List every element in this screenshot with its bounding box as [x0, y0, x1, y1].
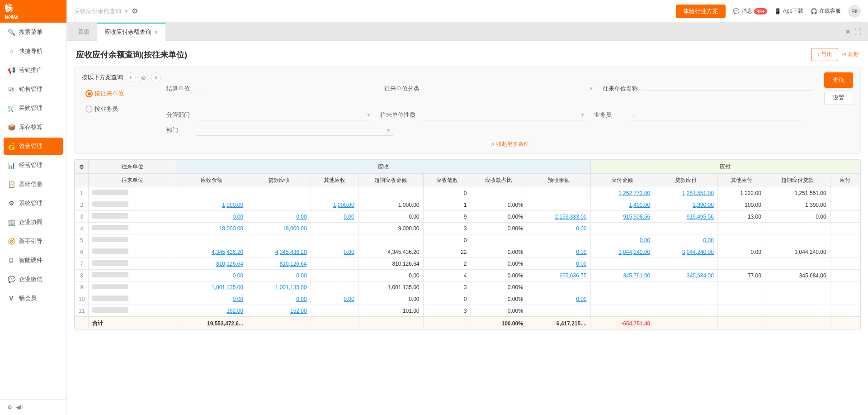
- link-value[interactable]: 915,495.56: [687, 214, 714, 220]
- sidebar-item-quick-nav[interactable]: ⌂ 快捷导航: [0, 42, 66, 61]
- table-cell[interactable]: [527, 199, 590, 211]
- sidebar-item-search[interactable]: 🔍 搜索菜单: [0, 23, 66, 42]
- salesperson-input[interactable]: ···: [628, 110, 801, 120]
- settlement-unit-input[interactable]: ···: [196, 83, 377, 94]
- table-cell[interactable]: 1,390.00: [654, 199, 718, 211]
- link-value[interactable]: 4,345,436.20: [212, 249, 243, 255]
- add-filter-btn[interactable]: +: [126, 72, 136, 82]
- table-cell[interactable]: 18,000.00: [176, 223, 247, 234]
- collapse-icon[interactable]: ◀II: [16, 404, 23, 410]
- unit-nature-select[interactable]: ▾: [419, 110, 587, 120]
- table-cell[interactable]: [654, 281, 718, 293]
- link-value[interactable]: 0.00: [576, 296, 586, 302]
- table-cell[interactable]: [654, 305, 718, 317]
- table-cell[interactable]: 0.00: [527, 293, 590, 305]
- link-value[interactable]: 1,390.00: [693, 202, 714, 208]
- table-cell[interactable]: 0.00: [654, 234, 718, 246]
- link-value[interactable]: 1,001,135.00: [275, 284, 307, 291]
- link-value[interactable]: 1,490.00: [629, 202, 651, 208]
- settings-bottom-icon[interactable]: ⚙: [7, 404, 12, 410]
- sidebar-item-system[interactable]: ⚙ 系统管理: [0, 194, 66, 213]
- link-value[interactable]: 18,000.00: [219, 225, 243, 232]
- link-value[interactable]: 1,000.00: [222, 202, 243, 208]
- query-btn[interactable]: 查询: [824, 72, 853, 88]
- link-value[interactable]: 0.00: [344, 249, 354, 255]
- table-cell[interactable]: [527, 234, 590, 246]
- link-value[interactable]: 810,126.64: [280, 261, 307, 267]
- link-value[interactable]: 345,761.00: [623, 272, 650, 279]
- table-cell[interactable]: 0.00: [527, 246, 590, 258]
- link-value[interactable]: 0.00: [296, 214, 307, 220]
- link-value[interactable]: 0.00: [296, 272, 307, 279]
- table-cell[interactable]: [654, 293, 718, 305]
- dept-manage-select[interactable]: ▾: [196, 110, 373, 120]
- link-value[interactable]: 0.00: [296, 296, 307, 302]
- gear-btn[interactable]: ⚙: [132, 7, 138, 15]
- link-value[interactable]: 345,684.00: [687, 272, 714, 279]
- table-cell[interactable]: [527, 187, 590, 199]
- edit-filter-btn[interactable]: ◎: [138, 72, 148, 82]
- link-value[interactable]: 0.00: [233, 214, 243, 220]
- table-cell[interactable]: [176, 234, 247, 246]
- app-download-item[interactable]: 📱 App下载: [774, 7, 803, 15]
- table-cell[interactable]: 1,001,135.00: [247, 281, 311, 293]
- message-item[interactable]: 💬 消息 99+: [733, 7, 767, 15]
- sidebar-item-member[interactable]: V 畅会员: [0, 289, 66, 308]
- table-cell[interactable]: [590, 258, 654, 270]
- table-cell[interactable]: 345,761.00: [590, 270, 654, 281]
- sidebar-item-finance[interactable]: 💰 资金管理: [4, 138, 63, 155]
- sidebar-item-marketing[interactable]: 📢 营销推广: [0, 61, 66, 80]
- link-value[interactable]: 1,000.00: [333, 202, 354, 208]
- table-cell[interactable]: 1,252,773.00: [590, 187, 654, 199]
- table-cell[interactable]: 0.00: [311, 293, 358, 305]
- table-cell[interactable]: 0.00: [590, 234, 654, 246]
- table-cell[interactable]: 0.00: [311, 211, 358, 223]
- th-settings-icon[interactable]: ⚙: [75, 160, 89, 174]
- table-cell[interactable]: 0.00: [247, 270, 311, 281]
- table-cell[interactable]: 655,636.75: [527, 270, 590, 281]
- table-cell[interactable]: [311, 187, 358, 199]
- link-value[interactable]: 1,251,551.00: [682, 190, 714, 196]
- table-cell[interactable]: [311, 223, 358, 234]
- avatar[interactable]: Rit: [848, 5, 861, 18]
- tab-home[interactable]: 首页: [71, 23, 97, 40]
- link-value[interactable]: 0.00: [640, 237, 650, 243]
- link-value[interactable]: 1,001,135.00: [212, 284, 243, 291]
- table-cell[interactable]: [590, 223, 654, 234]
- sidebar-item-inventory[interactable]: 📦 库存核算: [0, 118, 66, 137]
- table-cell[interactable]: 1,000.00: [311, 199, 358, 211]
- table-cell[interactable]: 810,126.64: [247, 258, 311, 270]
- table-cell[interactable]: 152.00: [247, 305, 311, 317]
- link-value[interactable]: 18,000.00: [283, 225, 307, 232]
- link-value[interactable]: 0.00: [576, 225, 586, 232]
- tab-close-icon[interactable]: ✕: [154, 29, 158, 35]
- table-cell[interactable]: [311, 270, 358, 281]
- collapse-filter-btn[interactable]: «: [151, 72, 161, 82]
- table-cell[interactable]: 0.00: [176, 211, 247, 223]
- table-cell[interactable]: [654, 223, 718, 234]
- table-cell[interactable]: 915,508.56: [590, 211, 654, 223]
- link-value[interactable]: 810,126.64: [216, 261, 243, 267]
- table-cell[interactable]: 3,044,240.00: [654, 246, 718, 258]
- table-cell[interactable]: 0.00: [176, 293, 247, 305]
- unit-name-input[interactable]: [641, 87, 813, 91]
- link-value[interactable]: 0.00: [344, 296, 354, 302]
- table-cell[interactable]: [311, 281, 358, 293]
- sidebar-item-hardware[interactable]: 🖥 智能硬件: [0, 251, 66, 270]
- link-value[interactable]: 655,636.75: [560, 272, 587, 279]
- table-cell[interactable]: 18,000.00: [247, 223, 311, 234]
- tab-ar-ap[interactable]: 应收应付余额查询 ✕: [97, 23, 166, 41]
- table-cell[interactable]: 3,044,240.00: [590, 246, 654, 258]
- link-value[interactable]: 0.00: [233, 272, 243, 279]
- table-cell[interactable]: [176, 187, 247, 199]
- table-cell[interactable]: 0.00: [311, 246, 358, 258]
- table-cell[interactable]: [247, 187, 311, 199]
- link-value[interactable]: 0.00: [576, 261, 586, 267]
- link-value[interactable]: 2,153,333.00: [555, 214, 586, 220]
- table-cell[interactable]: [311, 234, 358, 246]
- table-cell[interactable]: 0.00: [247, 211, 311, 223]
- table-cell[interactable]: 810,126.64: [176, 258, 247, 270]
- link-value[interactable]: 915,508.56: [623, 214, 650, 220]
- unit-category-select[interactable]: ▾: [423, 83, 595, 94]
- table-cell[interactable]: 152.00: [176, 305, 247, 317]
